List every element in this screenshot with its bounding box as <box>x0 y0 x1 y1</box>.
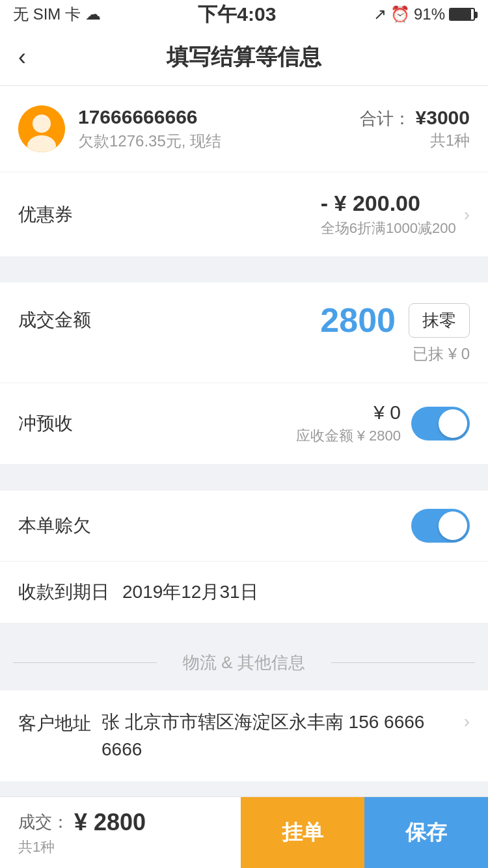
total-count: 共1种 <box>360 130 470 151</box>
transaction-card: 成交金额 2800 抹零 已抹 ¥ 0 冲预收 ¥ 0 应收金额 ¥ 2800 <box>0 282 488 464</box>
prepay-label: 冲预收 <box>18 411 73 436</box>
nav-bar: ‹ 填写结算等信息 <box>0 29 488 86</box>
customer-total: 合计： ¥3000 共1种 <box>360 107 470 151</box>
total-amount: ¥3000 <box>416 107 470 128</box>
prepay-amount-wrap: ¥ 0 应收金额 ¥ 2800 <box>296 401 401 446</box>
logistics-line-left <box>13 662 157 663</box>
battery-percent: 91% <box>414 5 445 23</box>
toggle-knob <box>439 409 467 438</box>
status-left: 无 SIM 卡 ☁ <box>13 4 101 25</box>
address-card: 客户地址 张 北京市市辖区海淀区永丰南 156 6666 6666 › <box>0 690 488 781</box>
hang-button[interactable]: 挂单 <box>241 797 364 869</box>
due-date-value: 2019年12月31日 <box>122 580 258 604</box>
customer-phone: 17666666666 <box>78 106 221 128</box>
bottom-summary-top: 成交： ¥ 2800 <box>18 809 223 836</box>
logistics-divider: 物流 & 其他信息 <box>0 636 488 690</box>
address-value: 张 北京市市辖区海淀区永丰南 156 6666 6666 <box>102 709 454 763</box>
clock-icon: ⏰ <box>390 5 410 23</box>
address-row[interactable]: 客户地址 张 北京市市辖区海淀区永丰南 156 6666 6666 › <box>0 690 488 781</box>
section-divider-2 <box>0 477 488 490</box>
prepay-sub: 应收金额 ¥ 2800 <box>296 426 401 446</box>
bottom-summary-label: 成交： <box>18 811 69 834</box>
prepay-toggle[interactable] <box>411 407 470 441</box>
bottom-summary: 成交： ¥ 2800 共1种 <box>0 809 241 857</box>
coupon-label: 优惠券 <box>18 202 73 227</box>
round-button[interactable]: 抹零 <box>409 303 470 338</box>
prepay-row: 冲预收 ¥ 0 应收金额 ¥ 2800 <box>18 401 470 446</box>
prepay-section: 冲预收 ¥ 0 应收金额 ¥ 2800 <box>0 383 488 464</box>
customer-info: 17666666666 欠款1276.35元, 现结 <box>78 106 221 152</box>
bad-debt-card: 本单赊欠 收款到期日 2019年12月31日 <box>0 490 488 623</box>
coupon-info: - ¥ 200.00 全场6折满1000减200 <box>321 191 456 238</box>
avatar-svg <box>18 105 65 152</box>
coupon-sub: 全场6折满1000减200 <box>321 219 456 238</box>
coupon-right: - ¥ 200.00 全场6折满1000减200 › <box>321 191 470 238</box>
bottom-summary-amount: ¥ 2800 <box>74 809 146 836</box>
main-content: 17666666666 欠款1276.35元, 现结 合计： ¥3000 共1种… <box>0 86 488 868</box>
customer-row: 17666666666 欠款1276.35元, 现结 合计： ¥3000 共1种 <box>0 86 488 172</box>
status-right: ↗ ⏰ 91% <box>373 5 475 23</box>
address-chevron-icon: › <box>464 709 470 732</box>
due-date-label: 收款到期日 <box>18 580 109 604</box>
total-line: 合计： ¥3000 <box>360 107 470 130</box>
logistics-line-right <box>331 662 475 663</box>
location-icon: ↗ <box>373 5 386 23</box>
bad-debt-toggle-knob <box>439 511 467 540</box>
page-title: 填写结算等信息 <box>167 42 321 72</box>
address-label: 客户地址 <box>18 709 91 736</box>
coupon-row[interactable]: 优惠券 - ¥ 200.00 全场6折满1000减200 › <box>0 172 488 256</box>
customer-left: 17666666666 欠款1276.35元, 现结 <box>18 105 221 152</box>
save-button[interactable]: 保存 <box>364 797 488 869</box>
customer-sub: 欠款1276.35元, 现结 <box>78 131 221 152</box>
amount-value: 2800 <box>320 301 396 340</box>
bottom-summary-count: 共1种 <box>18 837 223 857</box>
bad-debt-row: 本单赊欠 <box>0 490 488 561</box>
svg-point-1 <box>33 115 51 133</box>
amount-row: 成交金额 2800 抹零 <box>18 301 470 340</box>
status-time: 下午4:03 <box>198 1 276 28</box>
amount-label: 成交金额 <box>18 308 91 332</box>
back-button[interactable]: ‹ <box>18 44 26 71</box>
amount-section: 成交金额 2800 抹零 已抹 ¥ 0 <box>0 282 488 383</box>
amount-sub: 已抹 ¥ 0 <box>18 344 470 364</box>
logistics-text: 物流 & 其他信息 <box>183 651 305 674</box>
bad-debt-label: 本单赊欠 <box>18 513 91 538</box>
status-bar: 无 SIM 卡 ☁ 下午4:03 ↗ ⏰ 91% <box>0 0 488 29</box>
amount-value-wrap: 2800 抹零 <box>320 301 470 340</box>
prepay-amount: ¥ 0 <box>296 401 401 424</box>
avatar <box>18 105 65 152</box>
customer-card: 17666666666 欠款1276.35元, 现结 合计： ¥3000 共1种… <box>0 86 488 256</box>
section-divider-1 <box>0 269 488 282</box>
bad-debt-toggle[interactable] <box>411 509 470 543</box>
due-date-row: 收款到期日 2019年12月31日 <box>0 561 488 623</box>
bottom-bar: 成交： ¥ 2800 共1种 挂单 保存 <box>0 796 488 868</box>
no-sim-text: 无 SIM 卡 ☁ <box>13 4 101 25</box>
coupon-chevron-icon: › <box>464 204 470 225</box>
coupon-discount: - ¥ 200.00 <box>321 191 456 216</box>
prepay-right: ¥ 0 应收金额 ¥ 2800 <box>296 401 470 446</box>
battery-icon <box>449 8 475 21</box>
total-label: 合计： <box>360 109 411 128</box>
